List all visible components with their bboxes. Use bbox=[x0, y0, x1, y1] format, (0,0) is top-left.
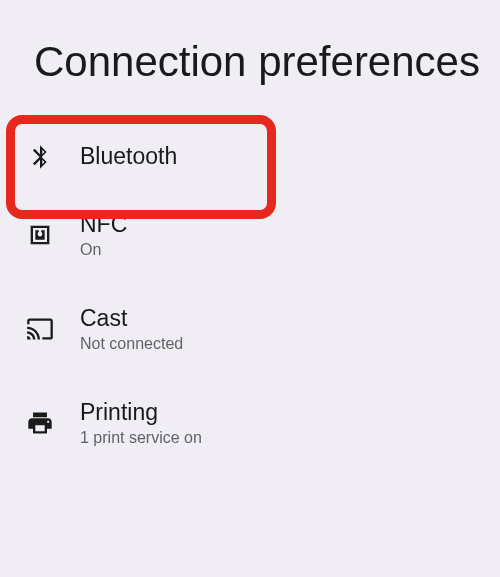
item-label: NFC bbox=[80, 211, 127, 238]
item-status: On bbox=[80, 241, 127, 259]
print-icon bbox=[0, 409, 80, 437]
item-status: Not connected bbox=[80, 335, 183, 353]
list-item-nfc[interactable]: NFC On bbox=[0, 193, 500, 283]
item-label: Printing bbox=[80, 399, 202, 426]
item-text: Cast Not connected bbox=[80, 305, 183, 353]
settings-list: Bluetooth NFC On Cast Not connected Prin… bbox=[0, 113, 500, 471]
bluetooth-icon bbox=[0, 143, 80, 171]
item-label: Cast bbox=[80, 305, 183, 332]
cast-icon bbox=[0, 315, 80, 343]
item-text: Printing 1 print service on bbox=[80, 399, 202, 447]
page-title: Connection preferences bbox=[0, 0, 500, 113]
item-status: 1 print service on bbox=[80, 429, 202, 447]
list-item-printing[interactable]: Printing 1 print service on bbox=[0, 377, 500, 471]
item-text: NFC On bbox=[80, 211, 127, 259]
item-label: Bluetooth bbox=[80, 143, 177, 170]
list-item-bluetooth[interactable]: Bluetooth bbox=[0, 121, 500, 193]
item-text: Bluetooth bbox=[80, 143, 177, 170]
list-item-cast[interactable]: Cast Not connected bbox=[0, 283, 500, 377]
nfc-icon bbox=[0, 221, 80, 249]
